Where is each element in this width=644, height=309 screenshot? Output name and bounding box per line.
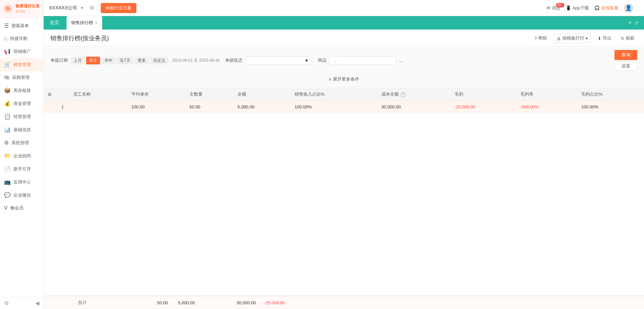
date-buttons: 上月 本月 本年 近7天 更多 自定义 (71, 57, 168, 64)
tab-close-icon[interactable]: × (95, 20, 97, 25)
message-button[interactable]: ✉ 消息 99+ (547, 5, 560, 11)
sidebar-item-8[interactable]: 📊基础信息 (0, 123, 43, 136)
sidebar-item-12[interactable]: 📺应用中心 (0, 175, 43, 189)
print-button[interactable]: 🖨 按模板打印 ▾ (554, 34, 591, 43)
table-footer: 合计 50.00 5,000.00 30,000.00 -25,000.00 (44, 296, 644, 309)
sales-rank-tab-label: 销售排行榜 (71, 20, 93, 26)
col-sales-pct: 销售收入占比% (291, 88, 377, 101)
data-table: ⚙ 员工名称 平均单价 主数量 全额 销售收入占比% 成本全额 ? 毛利 毛利率 (44, 88, 644, 113)
trial-button[interactable]: 体验行业方案 (101, 3, 136, 13)
company-selector[interactable]: XXXXXX公司 ▼ (49, 5, 84, 11)
table-container: ⚙ 员工名称 平均单价 主数量 全额 销售收入占比% 成本全额 ? 毛利 毛利率 (44, 88, 644, 296)
sidebar-item-0[interactable]: ☰搜索菜单 (0, 19, 43, 32)
sidebar-settings-icon[interactable]: ⚙ (4, 300, 9, 306)
date-btn-current-month[interactable]: 本月 (86, 57, 100, 64)
filter-row-1: 单据日期 上月 本月 本年 近7天 更多 自定义 2023-06-01 至 20… (50, 50, 637, 71)
col-cost: 成本全额 ? (377, 88, 450, 101)
row-avg-price: 100.00 (127, 101, 185, 113)
sidebar: 畅 畅康通好生意 标准版 ☰搜索菜单⌂快捷导航📢营销推广🛒销售管理🛍采购管理📦库… (0, 0, 44, 309)
page-title: 销售排行榜(按业务员) (50, 34, 109, 42)
sidebar-collapse-icon[interactable]: ◀ (35, 300, 39, 306)
date-btn-custom[interactable]: 自定义 (150, 57, 168, 64)
date-btn-prev-month[interactable]: 上月 (71, 57, 85, 64)
refresh-button[interactable]: ↻ 刷新 (618, 34, 637, 43)
sidebar-item-2[interactable]: 📢营销推广 (0, 45, 43, 58)
date-btn-7days[interactable]: 近7天 (117, 57, 133, 64)
sidebar-item-13[interactable]: 💬企业微信 (0, 189, 43, 202)
sidebar-icon-13: 💬 (4, 192, 11, 198)
col-settings[interactable]: ⚙ (44, 88, 56, 101)
action-buttons: 查询 设置 (614, 50, 637, 71)
tab-close-all-icon[interactable]: × (629, 20, 632, 26)
goods-label: 商品 (318, 57, 327, 63)
date-btn-year[interactable]: 本年 (101, 57, 116, 64)
phone-icon: 📱 (566, 5, 571, 10)
tab-bar-actions: × ⤢ (629, 20, 644, 26)
row-rank: 1 (56, 101, 69, 113)
header-settings-icon[interactable]: ⚙ (89, 5, 94, 11)
message-badge: 99+ (556, 3, 564, 7)
help-button[interactable]: ? 帮助 (532, 34, 550, 43)
sidebar-item-5[interactable]: 📦库存核算 (0, 84, 43, 97)
settings-button[interactable]: 设置 (614, 61, 637, 71)
svg-text:畅: 畅 (5, 6, 11, 11)
export-button[interactable]: ⬇ 导出 (595, 34, 614, 43)
sidebar-icon-14: V (4, 205, 8, 211)
sidebar-item-14[interactable]: V畅会员 (0, 202, 43, 214)
sidebar-icon-11: 📄 (4, 166, 11, 172)
tab-expand-icon[interactable]: ⤢ (634, 20, 639, 26)
sidebar-item-3[interactable]: 🛒销售管理 (0, 58, 43, 71)
sidebar-item-1[interactable]: ⌂快捷导航 (0, 32, 43, 45)
app-download-button[interactable]: 📱 App下载 (566, 5, 589, 11)
row-sales-pct: 100.00% (291, 101, 377, 113)
logo-icon: 畅 (3, 3, 13, 14)
status-select[interactable]: ▼ (245, 56, 312, 65)
footer-cost: 30,000.00 (232, 300, 260, 305)
sidebar-icon-2: 📢 (4, 48, 11, 55)
header-actions: ? 帮助 🖨 按模板打印 ▾ ⬇ 导出 ↻ 刷新 (532, 34, 637, 43)
sidebar-icon-0: ☰ (4, 22, 9, 29)
user-icon: 👤 (625, 5, 632, 11)
sidebar-item-11[interactable]: 📄新手引导 (0, 162, 43, 175)
printer-icon: 🖨 (557, 36, 561, 41)
query-button[interactable]: 查询 (614, 50, 637, 60)
col-gross-rate: 毛利率 (516, 88, 577, 101)
more-options[interactable]: ... (399, 58, 403, 63)
sidebar-menu: ☰搜索菜单⌂快捷导航📢营销推广🛒销售管理🛍采购管理📦库存核算💰资金管理📋经营管理… (0, 18, 43, 297)
goods-input[interactable] (329, 56, 396, 65)
date-btn-more[interactable]: 更多 (135, 57, 149, 64)
sidebar-icon-9: ⚙ (4, 140, 9, 146)
home-tab-label: 首页 (50, 20, 59, 26)
col-employee-name: 员工名称 (69, 88, 127, 101)
row-settings[interactable] (44, 101, 56, 113)
sidebar-icon-7: 📋 (4, 113, 11, 120)
col-rank (56, 88, 69, 101)
tab-sales-rank[interactable]: 销售排行榜 × (67, 16, 102, 30)
tab-bar: 首页 销售排行榜 × × ⤢ (44, 16, 644, 30)
row-name (69, 101, 127, 113)
avatar[interactable]: 👤 (624, 3, 633, 13)
cost-info-icon[interactable]: ? (401, 92, 405, 97)
sidebar-item-10[interactable]: 📁企业协同 (0, 149, 43, 162)
headset-icon: 🎧 (594, 5, 600, 10)
row-gross-rate: -500.00% (516, 101, 577, 113)
sidebar-item-4[interactable]: 🛍采购管理 (0, 71, 43, 84)
sidebar-item-7[interactable]: 📋经营管理 (0, 110, 43, 123)
date-label: 单据日期 (50, 57, 68, 63)
chevron-down-expand-icon: ∨ (329, 77, 332, 82)
sidebar-icon-4: 🛍 (4, 74, 9, 81)
logo-title: 畅康通好生意 (15, 4, 40, 9)
col-amount: 全额 (233, 88, 291, 101)
date-range-text: 2023-06-01 至 2023-06-30 (172, 58, 220, 63)
online-service-button[interactable]: 🎧 在线客服 (594, 5, 618, 11)
sidebar-icon-5: 📦 (4, 87, 11, 94)
footer-amount: 5,000.00 (172, 300, 199, 305)
main-area: XXXXXX公司 ▼ ⚙ 体验行业方案 ✉ 消息 99+ 📱 App下载 🎧 在… (44, 0, 644, 309)
sidebar-item-6[interactable]: 💰资金管理 (0, 97, 43, 110)
sidebar-icon-6: 💰 (4, 100, 11, 107)
sidebar-icon-1: ⌂ (4, 36, 7, 42)
tab-home[interactable]: 首页 (44, 16, 65, 30)
logo-subtitle: 标准版 (15, 9, 40, 14)
expand-more-button[interactable]: ∨ 展开更多条件 (329, 75, 359, 84)
sidebar-item-9[interactable]: ⚙系统管理 (0, 136, 43, 149)
